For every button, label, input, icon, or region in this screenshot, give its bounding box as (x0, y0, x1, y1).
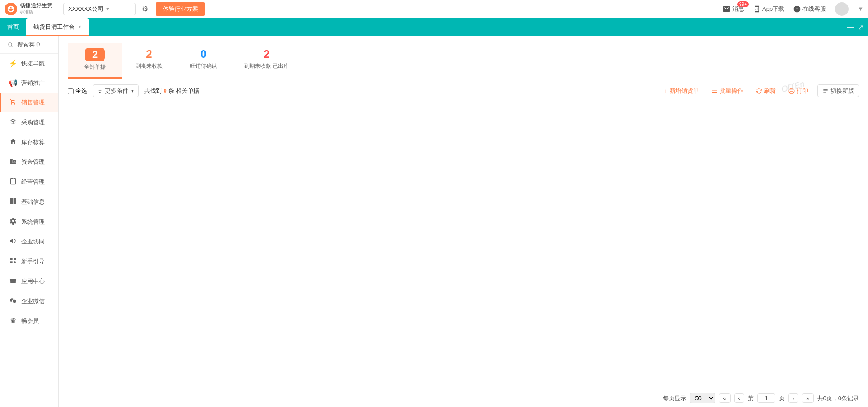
sidebar-item-guide[interactable]: 新手引导 (0, 252, 58, 271)
sidebar-item-sales-label: 销售管理 (21, 98, 45, 107)
sidebar-item-weixin[interactable]: 企业微信 (0, 291, 58, 311)
toolbar-right: + 新增销货单 批量操作 刷新 打印 切换新版 (660, 84, 859, 97)
card-all[interactable]: 2 全部单据 (68, 43, 122, 79)
avatar[interactable] (835, 2, 849, 16)
tab-actions: — ⤢ (842, 23, 868, 32)
sidebar-item-quick-nav[interactable]: ⚡ 快捷导航 (0, 54, 58, 73)
total-info: 共0页，0条记录 (817, 394, 859, 402)
card-shipped-label: 到期未收款 已出库 (244, 62, 289, 70)
card-pending-count: 0 (200, 48, 206, 61)
select-all-checkbox[interactable]: 全选 (68, 87, 87, 95)
wallet-icon (9, 158, 18, 167)
settings-icon[interactable]: ⚙ (140, 3, 150, 15)
more-filter-button[interactable]: 更多条件 ▼ (93, 84, 139, 97)
per-page-label: 每页显示 (663, 394, 686, 402)
card-overdue-label: 到期未收款 (136, 62, 163, 70)
message-badge: 99+ (737, 1, 749, 7)
empty-state (59, 103, 868, 389)
app-name: 畅捷通好生意 (20, 2, 52, 9)
select-all-label: 全选 (75, 87, 87, 95)
clipboard-icon (9, 178, 18, 187)
sidebar-item-finance[interactable]: 资金管理 (0, 152, 58, 172)
sidebar-item-sales[interactable]: 销售管理 (0, 93, 58, 112)
last-page-button[interactable]: » (802, 393, 813, 403)
per-page-select[interactable]: 50 100 200 (690, 393, 715, 403)
page-suffix: 页 (779, 394, 785, 402)
app-download-action[interactable]: App下载 (753, 5, 784, 13)
online-service-action[interactable]: 在线客服 (793, 5, 826, 13)
table-area (59, 103, 868, 389)
logo: 畅捷通好生意 标准版 (5, 2, 63, 16)
tab-home-label: 首页 (7, 23, 19, 31)
megaphone-icon: 📢 (9, 79, 18, 87)
search-menu-item[interactable]: 搜索菜单 (0, 36, 58, 54)
card-shipped[interactable]: 2 到期未收款 已出库 (231, 43, 302, 79)
count-prefix: 共找到 (144, 87, 162, 94)
new-order-button[interactable]: + 新增销货单 (660, 85, 703, 97)
sidebar-item-member[interactable]: ♛ 畅会员 (0, 311, 58, 331)
main-layout: 搜索菜单 ⚡ 快捷导航 📢 营销推广 销售管理 采购管理 库存核算 (0, 36, 868, 407)
sidebar-item-purchase[interactable]: 采购管理 (0, 112, 58, 132)
cart-icon (9, 98, 18, 107)
store-icon (9, 277, 18, 286)
sidebar-item-operations[interactable]: 经营管理 (0, 172, 58, 192)
minimize-icon[interactable]: — (847, 23, 854, 31)
sidebar-item-inventory[interactable]: 库存核算 (0, 132, 58, 152)
switch-version-label: 切换新版 (830, 87, 854, 95)
first-page-button[interactable]: « (719, 393, 730, 403)
company-name: XXXXXX公司 (68, 5, 104, 13)
user-menu-action[interactable]: ▼ (858, 5, 863, 12)
app-download-label: App下载 (762, 5, 784, 13)
batch-ops-button[interactable]: 批量操作 (708, 85, 747, 97)
svg-rect-4 (790, 91, 793, 94)
sidebar-item-enterprise[interactable]: 企业协同 (0, 232, 58, 252)
system-icon (9, 217, 18, 226)
sidebar-item-system[interactable]: 系统管理 (0, 212, 58, 232)
sidebar-item-marketing[interactable]: 📢 营销推广 (0, 73, 58, 93)
toolbar: 全选 更多条件 ▼ 共找到 0 条 相关单据 + 新增销货单 (59, 79, 868, 103)
message-action[interactable]: 消息 99+ (722, 5, 744, 13)
card-pending[interactable]: 0 旺铺待确认 (176, 43, 231, 79)
maximize-icon[interactable]: ⤢ (858, 23, 863, 32)
page-number-input[interactable] (757, 393, 775, 403)
refresh-label: 刷新 (764, 87, 776, 95)
new-order-label: 新增销货单 (670, 87, 699, 95)
next-page-button[interactable]: › (788, 393, 798, 403)
tab-cashflow[interactable]: 钱货日清工作台 × (26, 18, 89, 36)
svg-rect-2 (10, 261, 13, 263)
experience-button[interactable]: 体验行业方案 (156, 2, 205, 16)
print-button[interactable]: 打印 (785, 85, 812, 97)
refresh-button[interactable]: 刷新 (752, 85, 779, 97)
company-selector[interactable]: XXXXXX公司 ▼ (63, 3, 136, 15)
switch-version-button[interactable]: 切换新版 (817, 84, 859, 97)
sidebar-item-member-label: 畅会员 (21, 317, 39, 325)
card-overdue-count: 2 (146, 48, 152, 61)
print-label: 打印 (797, 87, 808, 95)
sidebar-item-marketing-label: 营销推广 (21, 79, 45, 87)
header: 畅捷通好生意 标准版 XXXXXX公司 ▼ ⚙ 体验行业方案 消息 99+ Ap… (0, 0, 868, 18)
sidebar-item-basic[interactable]: 基础信息 (0, 192, 58, 212)
count-unit: 条 (168, 87, 174, 94)
sidebar-item-quick-nav-label: 快捷导航 (21, 60, 45, 68)
result-count: 0 (164, 87, 167, 94)
sidebar: 搜索菜单 ⚡ 快捷导航 📢 营销推广 销售管理 采购管理 库存核算 (0, 36, 59, 407)
svg-rect-3 (14, 261, 16, 263)
flash-icon: ⚡ (9, 59, 18, 68)
more-filter-label: 更多条件 (105, 87, 128, 95)
sidebar-item-finance-label: 资金管理 (21, 158, 45, 166)
sidebar-item-basic-label: 基础信息 (21, 198, 45, 206)
sidebar-item-appstore[interactable]: 应用中心 (0, 271, 58, 291)
card-overdue[interactable]: 2 到期未收款 (122, 43, 176, 79)
card-shipped-count: 2 (264, 48, 269, 61)
chevron-down-icon: ▼ (105, 6, 110, 12)
page-label: 第 (748, 394, 754, 402)
guide-icon (9, 257, 18, 266)
prev-page-button[interactable]: ‹ (734, 393, 744, 403)
close-tab-icon[interactable]: × (78, 24, 81, 30)
sidebar-item-operations-label: 经营管理 (21, 178, 45, 186)
select-all-input[interactable] (68, 88, 74, 94)
sidebar-item-system-label: 系统管理 (21, 218, 45, 226)
nav-tabs: 首页 钱货日清工作台 × — ⤢ (0, 18, 868, 36)
tab-home[interactable]: 首页 (0, 18, 26, 36)
count-info: 共找到 0 条 相关单据 (144, 87, 199, 95)
